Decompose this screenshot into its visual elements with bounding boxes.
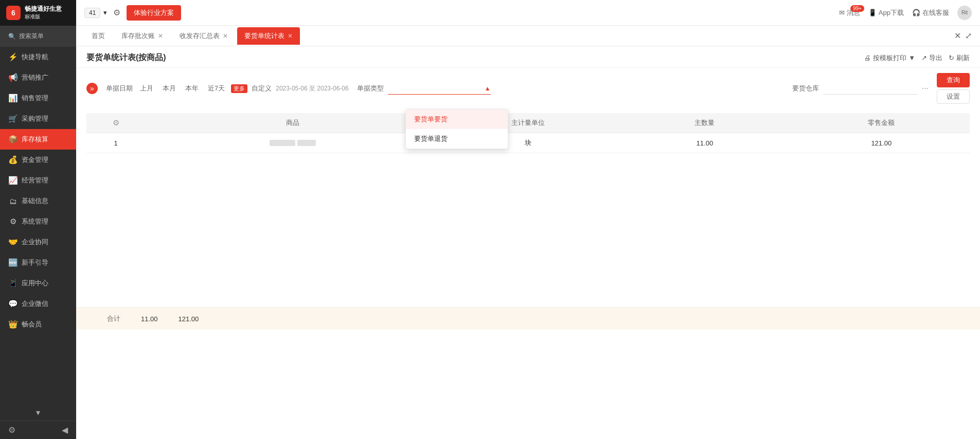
sidebar-item-enterprise[interactable]: 🤝 企业协同	[0, 232, 76, 252]
print-expand-icon: ▼	[908, 54, 915, 62]
sidebar-item-sales[interactable]: 📊 销售管理	[0, 88, 76, 108]
date-range-display: 2023-05-06 至 2023-06-06	[276, 84, 348, 93]
sidebar-item-marketing[interactable]: 📢 营销推广	[0, 67, 76, 88]
tabs-controls: ✕ ⤢	[954, 31, 972, 41]
sidebar-item-apps[interactable]: 📱 应用中心	[0, 273, 76, 294]
message-icon: ✉	[839, 9, 845, 16]
app-version: 标准版	[25, 13, 62, 21]
total-label: 合计	[107, 314, 120, 323]
headset-icon: 🎧	[912, 9, 920, 16]
refresh-button[interactable]: ↻ 刷新	[949, 53, 970, 63]
type-dropdown: 要货单要货 要货单退货	[405, 109, 508, 149]
type-input[interactable]	[388, 82, 485, 94]
filter-expand-button[interactable]: »	[86, 83, 98, 94]
tab-home[interactable]: 首页	[84, 27, 112, 45]
sales-icon: 📊	[8, 94, 17, 103]
row-amount: 121.00	[793, 133, 970, 153]
sidebar-item-operations[interactable]: 📈 经营管理	[0, 170, 76, 191]
col-amount-header: 零售金额	[793, 113, 970, 133]
enterprise-icon: 🤝	[8, 237, 17, 247]
dropdown-item-yuhuo[interactable]: 要货单要货	[406, 109, 508, 129]
print-template-button[interactable]: 🖨 按模板打印 ▼	[864, 53, 915, 63]
page-header: 要货单统计表(按商品) 🖨 按模板打印 ▼ ↗ 导出 ↻ 刷新	[76, 46, 980, 68]
export-button[interactable]: ↗ 导出	[921, 53, 942, 63]
tab-requisition[interactable]: 要货单统计表 ✕	[237, 27, 300, 45]
filter-settings-button[interactable]: 设置	[937, 89, 970, 104]
user-avatar[interactable]: Rit	[957, 6, 972, 20]
table-settings-button[interactable]: ⚙	[113, 118, 119, 127]
date-prev-month-button[interactable]: 上月	[137, 83, 156, 94]
inventory-icon: 📦	[8, 135, 17, 144]
filter-warehouse-group: 要货仓库 ···	[792, 82, 929, 95]
phone-icon: 📱	[868, 9, 877, 16]
store-selector[interactable]: 41 ▾	[84, 8, 107, 18]
row-seq: 1	[86, 133, 145, 153]
promo-button[interactable]: 体验行业方案	[127, 5, 181, 21]
tab-batch[interactable]: 库存批次账 ✕	[114, 27, 170, 45]
app-logo: 6 畅捷通好生意 标准版	[0, 0, 76, 26]
date-curr-month-button[interactable]: 本月	[159, 83, 179, 94]
export-icon: ↗	[921, 54, 927, 62]
warehouse-options-icon[interactable]: ···	[922, 84, 929, 93]
collapse-icon: ◀	[62, 426, 68, 434]
date-more-button[interactable]: 更多	[231, 84, 247, 93]
close-all-tabs-button[interactable]: ✕	[954, 31, 961, 41]
store-number: 41	[84, 8, 100, 18]
sidebar-item-guide[interactable]: 🆕 新手引导	[0, 252, 76, 273]
topbar-settings-button[interactable]: ⚙	[113, 8, 120, 17]
sidebar-scroll-down[interactable]: ▾	[0, 405, 76, 420]
sidebar-item-wechat[interactable]: 💬 企业微信	[0, 294, 76, 314]
sidebar-collapse-button[interactable]: ◀	[62, 425, 68, 435]
dropdown-item-tuihuo[interactable]: 要货单退货	[406, 129, 508, 149]
search-icon: 🔍	[8, 33, 16, 40]
query-button[interactable]: 查询	[937, 73, 970, 87]
tab-summary[interactable]: 收发存汇总表 ✕	[172, 27, 235, 45]
messages-badge[interactable]: ✉ 消息 99+	[839, 8, 860, 17]
date-custom-button[interactable]: 自定义	[252, 84, 272, 93]
sidebar-item-system[interactable]: ⚙ 系统管理	[0, 211, 76, 232]
sidebar-item-inventory[interactable]: 📦 库存核算	[0, 129, 76, 150]
tabs-bar: 首页 库存批次账 ✕ 收发存汇总表 ✕ 要货单统计表 ✕ ✕ ⤢	[76, 26, 980, 46]
app-download-link[interactable]: 📱 App下载	[868, 8, 904, 17]
col-product-header: 商品	[145, 113, 439, 133]
table-header-row: ⚙ 商品 主计量单位 主数量 零售金额	[86, 113, 970, 133]
sidebar: 6 畅捷通好生意 标准版 🔍 搜索菜单 ⚡ 快捷导航 📢 营销推广 📊 销售管理…	[0, 0, 76, 439]
tab-batch-close[interactable]: ✕	[158, 32, 163, 40]
sidebar-item-basic[interactable]: 🗂 基础信息	[0, 191, 76, 211]
online-service-label: 在线客服	[922, 8, 949, 17]
expand-tabs-button[interactable]: ⤢	[965, 31, 972, 41]
page-header-actions: 🖨 按模板打印 ▼ ↗ 导出 ↻ 刷新	[864, 53, 970, 63]
warehouse-input[interactable]	[823, 82, 918, 95]
page-title: 要货单统计表(按商品)	[86, 52, 166, 63]
search-menu-button[interactable]: 🔍 搜索菜单	[5, 30, 71, 43]
type-dropdown-arrow[interactable]: ▲	[485, 85, 491, 92]
table-footer: 合计 11.00 121.00	[76, 307, 980, 330]
tab-requisition-close[interactable]: ✕	[288, 32, 293, 40]
date-curr-year-button[interactable]: 本年	[182, 83, 202, 94]
operations-icon: 📈	[8, 176, 17, 185]
table-row: 1 块 11.00 121.00	[86, 133, 970, 153]
date-options: 上月 本月 本年 近7天 更多	[137, 83, 247, 94]
product-placeholder	[151, 140, 433, 146]
tab-summary-close[interactable]: ✕	[223, 32, 228, 40]
refresh-icon: ↻	[949, 54, 954, 62]
print-icon: 🖨	[864, 54, 871, 62]
topbar: 41 ▾ ⚙ 体验行业方案 ✉ 消息 99+ 📱 App下载 🎧 在线客服	[76, 0, 980, 26]
page-inner: 要货单统计表(按商品) 🖨 按模板打印 ▼ ↗ 导出 ↻ 刷新	[76, 46, 980, 439]
row-product	[145, 133, 439, 153]
filter-bar: » 单据日期 上月 本月 本年 近7天 更多 自定义 2023-05-06 至 …	[76, 68, 980, 109]
store-dropdown-icon: ▾	[103, 9, 107, 16]
date-7days-button[interactable]: 近7天	[205, 83, 228, 94]
sidebar-item-purchase[interactable]: 🛒 采购管理	[0, 108, 76, 129]
col-qty-header: 主数量	[616, 113, 793, 133]
sidebar-item-member[interactable]: 👑 畅会员	[0, 314, 76, 335]
sidebar-settings-button[interactable]: ⚙	[8, 425, 15, 435]
settings-icon: ⚙	[113, 8, 120, 17]
table-body: 1 块 11.00 121.00	[86, 133, 970, 153]
sidebar-item-finance[interactable]: 💰 资金管理	[0, 150, 76, 170]
member-icon: 👑	[8, 320, 17, 329]
row-qty: 11.00	[616, 133, 793, 153]
date-label: 单据日期	[106, 84, 133, 93]
online-service-link[interactable]: 🎧 在线客服	[912, 8, 949, 17]
sidebar-item-quicknav[interactable]: ⚡ 快捷导航	[0, 47, 76, 67]
